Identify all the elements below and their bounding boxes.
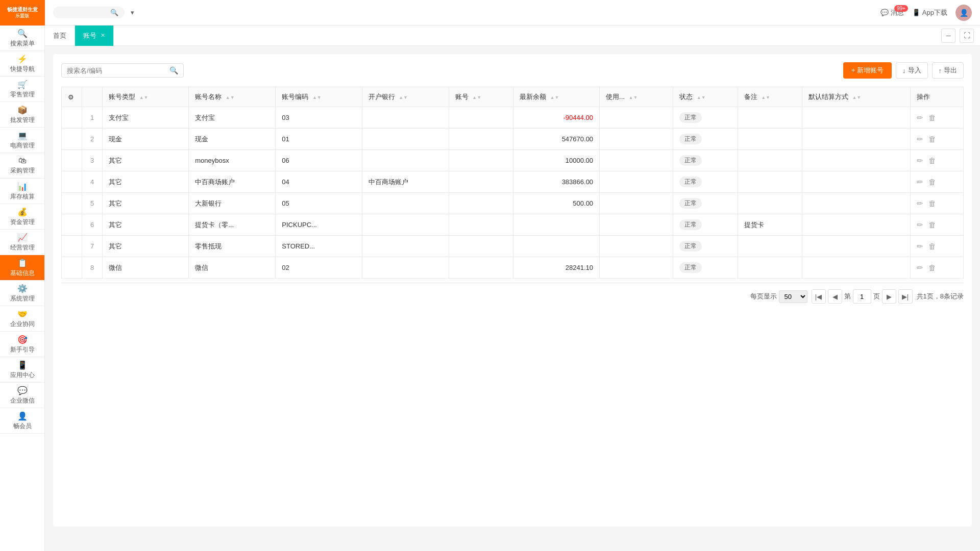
row-default-pay [802,214,910,236]
sort-account-icon: ▲▼ [472,95,481,100]
sidebar-item-inventory[interactable]: 📊 库存核算 [0,179,44,204]
sidebar-item-basic-info[interactable]: 📋 基础信息 [0,255,44,281]
sidebar-label-shortcut: 快捷导航 [10,65,35,73]
tab-minimize-button[interactable]: ─ [941,29,955,43]
delete-icon[interactable]: 🗑 [928,242,936,251]
sidebar-icon-member: 👤 [17,411,28,421]
tab-accounts[interactable]: 账号 ✕ [75,26,114,46]
col-remark[interactable]: 备注 ▲▼ [738,87,802,107]
sidebar-item-finance[interactable]: 💰 资金管理 [0,204,44,230]
page-prev-button[interactable]: ◀ [828,289,842,304]
row-name: 零售抵现 [189,236,276,257]
row-usage [600,257,673,279]
phone-icon: 📱 [912,9,920,16]
sidebar-item-shortcut[interactable]: ⚡ 快捷导航 [0,51,44,77]
sidebar-item-system[interactable]: ⚙️ 系统管理 [0,281,44,306]
sidebar-item-search-menu[interactable]: 🔍 搜索菜单 [0,26,44,51]
sidebar-item-member[interactable]: 👤 畅会员 [0,408,44,434]
sort-usage-icon: ▲▼ [629,95,638,100]
page-first-button[interactable]: |◀ [812,289,826,304]
tab-home[interactable]: 首页 [45,26,75,46]
page-last-button[interactable]: ▶| [898,289,913,304]
import-label: 导入 [908,66,921,75]
import-icon: ↓ [902,67,906,74]
download-label: App下载 [922,8,947,17]
export-button[interactable]: ↑ 导出 [932,62,964,79]
sidebar-item-purchase[interactable]: 🛍 采购管理 [0,153,44,179]
row-usage [600,236,673,257]
table-row: 7 其它 零售抵现 STORED... 正常 ✏ 🗑 [62,236,964,257]
tab-close-icon[interactable]: ✕ [101,32,105,39]
edit-icon[interactable]: ✏ [917,135,923,144]
delete-icon[interactable]: 🗑 [928,156,936,165]
search-box[interactable]: 🔍 [61,63,184,78]
col-settings[interactable]: ⚙ [62,87,82,107]
tab-maximize-button[interactable]: ⛶ [960,29,974,43]
tab-home-label: 首页 [53,31,66,40]
app-download-button[interactable]: 📱 App下载 [912,8,947,17]
import-button[interactable]: ↓ 导入 [896,62,928,79]
col-usage[interactable]: 使用... ▲▼ [600,87,673,107]
status-badge: 正常 [679,219,702,230]
sidebar-item-app-center[interactable]: 📱 应用中心 [0,357,44,383]
col-balance[interactable]: 最新余额 ▲▼ [513,87,599,107]
col-default-pay[interactable]: 默认结算方式 ▲▼ [802,87,910,107]
page-next-button[interactable]: ▶ [882,289,896,304]
page-input[interactable] [853,289,871,304]
header-search[interactable]: 🔍 [53,7,125,18]
row-status: 正常 [673,214,738,236]
sidebar-icon-ecommerce: 💻 [17,131,28,140]
sort-code-icon: ▲▼ [312,95,322,100]
delete-icon[interactable]: 🗑 [928,135,936,143]
col-bank[interactable]: 开户银行 ▲▼ [362,87,449,107]
per-page-label: 每页显示 [750,292,777,301]
search-input[interactable] [67,67,169,74]
status-badge: 正常 [679,112,702,123]
header-dropdown[interactable]: ▾ [131,9,134,16]
col-code[interactable]: 账号编码 ▲▼ [276,87,362,107]
sidebar-icon-inventory: 📊 [17,182,28,191]
edit-icon[interactable]: ✏ [917,178,923,187]
add-account-button[interactable]: + 新增账号 [843,62,892,79]
col-type[interactable]: 账号类型 ▲▼ [103,87,189,107]
message-button[interactable]: 💬 消息 99+ [880,8,904,17]
sidebar-item-wholesale[interactable]: 📦 批发管理 [0,102,44,128]
sort-type-icon: ▲▼ [139,95,149,100]
row-name: 大新银行 [189,193,276,214]
col-name[interactable]: 账号名称 ▲▼ [189,87,276,107]
row-bank: 中百商场账户 [362,171,449,193]
row-account [449,257,513,279]
delete-icon[interactable]: 🗑 [928,113,936,122]
edit-icon[interactable]: ✏ [917,220,923,230]
edit-icon[interactable]: ✏ [917,242,923,251]
sidebar-item-guide[interactable]: 🎯 新手引导 [0,332,44,357]
row-actions: ✏ 🗑 [910,193,963,214]
col-actions: 操作 [910,87,963,107]
edit-icon[interactable]: ✏ [917,263,923,272]
col-account[interactable]: 账号 ▲▼ [449,87,513,107]
row-settings [62,107,82,129]
app-logo: 畅捷通财生意 乐盟版 [0,0,45,26]
sidebar-item-agreement[interactable]: 🤝 企业协同 [0,306,44,332]
delete-icon[interactable]: 🗑 [928,263,936,272]
edit-icon[interactable]: ✏ [917,199,923,208]
header-search-input[interactable] [59,9,110,16]
per-page-dropdown[interactable]: 50 10 20 100 [779,290,807,303]
delete-icon[interactable]: 🗑 [928,199,936,208]
sidebar-item-ecommerce[interactable]: 💻 电商管理 [0,128,44,153]
row-account [449,171,513,193]
content-inner: 🔍 + 新增账号 ↓ 导入 ↑ 导出 [53,54,972,527]
sidebar-item-operations[interactable]: 📈 经营管理 [0,230,44,255]
row-status: 正常 [673,193,738,214]
sidebar-item-retail[interactable]: 🛒 零售管理 [0,77,44,102]
delete-icon[interactable]: 🗑 [928,220,936,229]
user-avatar[interactable]: 👤 [955,5,972,21]
row-account [449,214,513,236]
col-status[interactable]: 状态 ▲▼ [673,87,738,107]
edit-icon[interactable]: ✏ [917,156,923,165]
tab-accounts-label: 账号 [83,31,96,40]
sidebar-item-enterprise-wechat[interactable]: 💬 企业微信 [0,383,44,408]
edit-icon[interactable]: ✏ [917,113,923,122]
delete-icon[interactable]: 🗑 [928,178,936,186]
message-icon: 💬 [880,9,889,16]
